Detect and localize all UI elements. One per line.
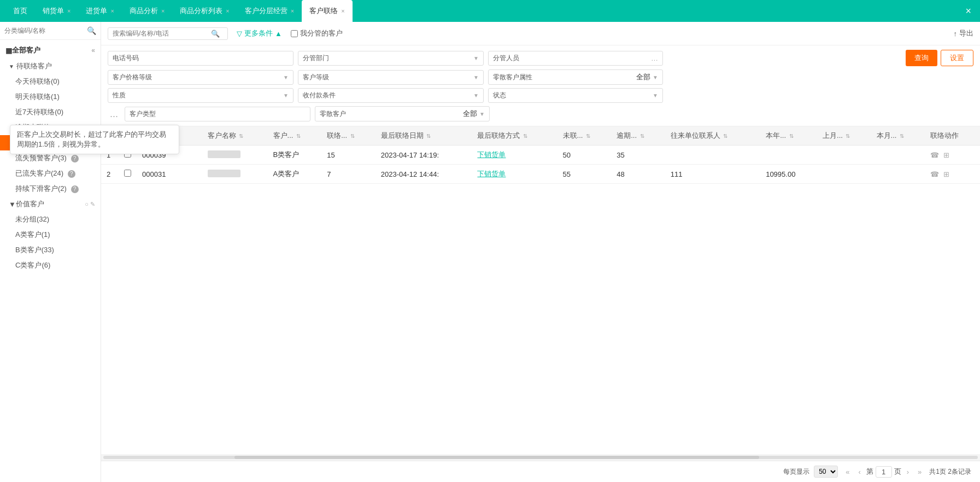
status-filter[interactable]: 状态 ▼: [488, 88, 663, 103]
nav-customer-contact[interactable]: 客户联络 ×: [302, 0, 352, 22]
phone-filter[interactable]: 电话号码: [108, 51, 294, 66]
query-button[interactable]: 查询: [906, 50, 937, 66]
nav-customer-tier[interactable]: 客户分层经营 ×: [237, 0, 302, 22]
col-not-contact[interactable]: 未联... ⇅: [558, 126, 612, 146]
close-customer-tier-tab[interactable]: ×: [291, 8, 294, 14]
sidebar-item-c-class[interactable]: C类客户(6): [0, 258, 101, 273]
col-unit-contact[interactable]: 往来单位联系人 ⇅: [665, 126, 760, 146]
my-customers-checkbox[interactable]: [291, 30, 298, 37]
row1-last-contact-way[interactable]: 下销货单: [472, 146, 557, 165]
close-purchase-tab[interactable]: ×: [110, 8, 114, 14]
sort-this-month-icon: ⇅: [900, 133, 904, 139]
dept-filter[interactable]: 分管部门 ▼: [298, 51, 484, 66]
row2-menu-icon[interactable]: ⊞: [943, 170, 949, 178]
sidebar-item-tomorrow-contact[interactable]: 明天待联络(1): [0, 89, 101, 104]
scrollbar-thumb[interactable]: [234, 456, 759, 459]
row2-last-contact-way[interactable]: 下销货单: [472, 165, 557, 184]
last-page-btn[interactable]: »: [914, 467, 925, 477]
search-icon[interactable]: 🔍: [211, 30, 220, 38]
nav-home[interactable]: 首页: [5, 0, 35, 22]
action-buttons: 查询 设置: [906, 50, 973, 66]
sidebar-search-area: 🔍: [0, 22, 101, 40]
my-customers-checkbox-area[interactable]: 我分管的客户: [291, 28, 343, 38]
sort-category-icon: ⇅: [296, 133, 301, 139]
row2-not-contact: 55: [558, 165, 612, 184]
row1-name[interactable]: [202, 146, 268, 165]
col-name[interactable]: 客户名称 ⇅: [202, 126, 268, 146]
col-action: 联络动作: [925, 126, 980, 146]
sidebar: 🔍 ▦ 全部客户 « ▼ 待联络客户 今天待联络(0) 明天待联络(1) 近7天…: [0, 22, 101, 482]
export-icon: ↑: [954, 30, 958, 38]
current-page-input[interactable]: 1: [876, 466, 892, 478]
window-close-button[interactable]: ×: [962, 5, 975, 17]
customer-grade-filter[interactable]: 客户等级 ▼: [298, 70, 484, 85]
sidebar-search-icon[interactable]: 🔍: [87, 26, 96, 35]
gender-filter[interactable]: 性质 ▼: [108, 88, 294, 103]
sidebar-collapse-btn[interactable]: «: [91, 47, 95, 54]
price-grade-dropdown-icon: ▼: [283, 74, 289, 80]
pagination: « ‹ 第 1 页 › »: [842, 466, 925, 478]
value-customer-edit-icons[interactable]: ○ ✎: [85, 201, 95, 208]
sort-way-icon: ⇅: [523, 133, 527, 139]
close-product-analysis-tab[interactable]: ×: [161, 8, 165, 14]
col-overdue[interactable]: 逾期... ⇅: [611, 126, 665, 146]
close-customer-contact-tab[interactable]: ×: [341, 8, 344, 14]
retail-customer-filter[interactable]: 零散客户 全部 ▼: [315, 106, 490, 121]
col-category[interactable]: 客户... ⇅: [268, 126, 322, 146]
settings-button[interactable]: 设置: [941, 50, 973, 66]
col-this-month[interactable]: 本月... ⇅: [871, 126, 925, 146]
next-page-btn[interactable]: ›: [903, 467, 912, 477]
close-product-list-tab[interactable]: ×: [226, 8, 229, 14]
sidebar-item-ungrouped[interactable]: 未分组(32): [0, 212, 101, 227]
total-info: 共1页 2条记录: [929, 467, 971, 477]
row1-action: ☎ ⊞: [925, 146, 980, 165]
sidebar-item-week-contact[interactable]: 近7天待联络(0): [0, 104, 101, 120]
sidebar-value-customer-section[interactable]: ▼ 价值客户 ○ ✎: [0, 196, 101, 212]
row2-checkbox[interactable]: [119, 165, 137, 184]
person-filter[interactable]: 分管人员 …: [488, 51, 663, 66]
export-button[interactable]: ↑ 导出: [954, 28, 974, 38]
person-more-icon[interactable]: …: [651, 54, 658, 62]
col-last-contact-date[interactable]: 最后联络日期 ⇅: [375, 126, 472, 146]
filter-row-4: ... 客户类型 零散客户 全部 ▼: [108, 106, 973, 121]
payment-filter[interactable]: 收付款条件 ▼: [298, 88, 484, 103]
nav-sales[interactable]: 销货单 ×: [35, 0, 78, 22]
more-conditions-btn[interactable]: ▽ 更多条件 ▲: [232, 26, 286, 40]
sidebar-search-input[interactable]: [4, 27, 87, 34]
per-page-select[interactable]: 50: [814, 466, 838, 478]
sidebar-item-today-contact[interactable]: 今天待联络(0): [0, 74, 101, 89]
nav-product-analysis[interactable]: 商品分析 ×: [122, 0, 172, 22]
sidebar-item-b-class[interactable]: B类客户(33): [0, 242, 101, 258]
row2-category: A类客户: [268, 165, 322, 184]
col-this-year[interactable]: 本年... ⇅: [760, 126, 817, 146]
main-search-input[interactable]: [113, 30, 211, 37]
customer-type-filter[interactable]: 客户类型: [125, 107, 310, 121]
row2-select-checkbox[interactable]: [124, 170, 131, 177]
row1-call-icon[interactable]: ☎: [930, 151, 939, 159]
retail-attr-dropdown-icon: ▼: [653, 74, 658, 80]
filter-row-3: 性质 ▼ 收付款条件 ▼ 状态 ▼: [108, 88, 973, 103]
first-page-btn[interactable]: «: [842, 467, 853, 477]
sidebar-wait-contact-section[interactable]: ▼ 待联络客户: [0, 59, 101, 74]
col-last-contact-way[interactable]: 最后联络方式 ⇅: [472, 126, 557, 146]
close-sales-tab[interactable]: ×: [67, 8, 71, 14]
col-last-month[interactable]: 上月... ⇅: [817, 126, 871, 146]
prev-page-btn[interactable]: ‹: [855, 467, 864, 477]
sidebar-item-already-lost[interactable]: 已流失客户(24) ?: [0, 166, 101, 181]
retail-attr-filter[interactable]: 零散客户属性 全部 ▼: [488, 69, 663, 85]
more-filter-btn[interactable]: ...: [108, 108, 120, 120]
sidebar-item-a-class[interactable]: A类客户(1): [0, 227, 101, 242]
nav-purchase[interactable]: 进货单 ×: [78, 0, 121, 22]
table-header-row: ⚙ 客户编码 ⇅ 客户名称 ⇅ 客户... ⇅: [101, 126, 980, 146]
row2-call-icon[interactable]: ☎: [930, 170, 939, 178]
row2-overdue: 48: [611, 165, 665, 184]
sidebar-all-customers[interactable]: ▦ 全部客户 «: [0, 42, 101, 59]
row2-name[interactable]: [202, 165, 268, 184]
sidebar-item-continuous-down[interactable]: 持续下滑客户(2) ?: [0, 181, 101, 196]
horizontal-scrollbar[interactable]: [101, 454, 980, 461]
col-contact[interactable]: 联络... ⇅: [321, 126, 375, 146]
price-grade-filter[interactable]: 客户价格等级 ▼: [108, 70, 294, 85]
row1-menu-icon[interactable]: ⊞: [943, 151, 949, 159]
nav-product-list[interactable]: 商品分析列表 ×: [172, 0, 237, 22]
sort-date-icon: ⇅: [426, 133, 431, 139]
